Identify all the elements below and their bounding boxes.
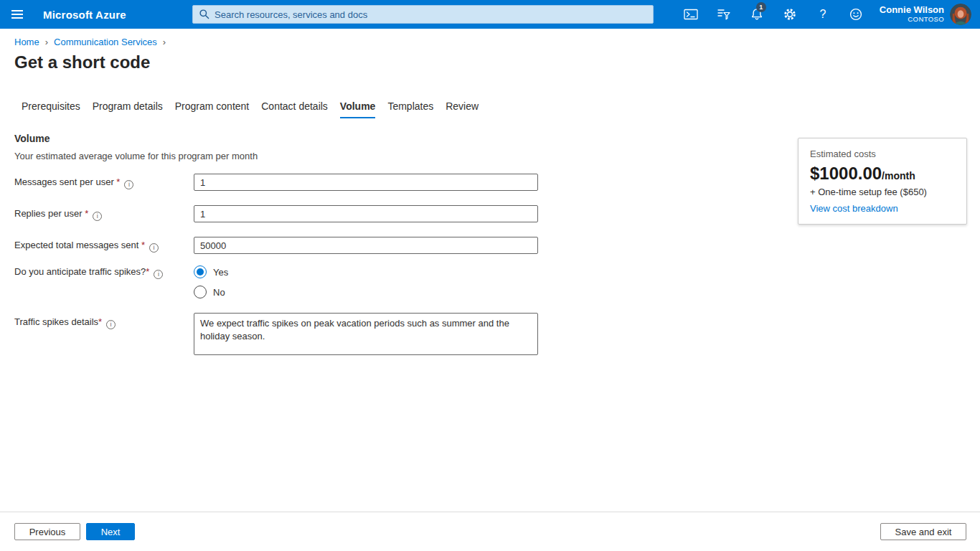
azure-portal-screen: Microsoft Azure <box>0 0 980 551</box>
info-icon[interactable]: i <box>149 243 159 253</box>
help-icon: ? <box>819 8 826 21</box>
traffic-spikes-details-textarea[interactable]: We expect traffic spikes on peak vacatio… <box>194 313 538 355</box>
required-asterisk: * <box>138 240 145 250</box>
previous-button[interactable]: Previous <box>14 523 80 540</box>
field-label: Traffic spikes details*i <box>14 313 190 329</box>
messages-sent-per-user-input[interactable] <box>194 174 538 191</box>
page-title: Get a short code <box>14 52 150 72</box>
hamburger-icon <box>11 10 23 19</box>
label-text: Traffic spikes details <box>14 316 98 327</box>
label-text: Replies per user <box>14 208 83 219</box>
radio-yes-label: Yes <box>213 267 228 278</box>
search-icon <box>199 9 210 20</box>
next-button[interactable]: Next <box>86 523 135 540</box>
smiley-icon <box>849 8 862 21</box>
breadcrumb: Home › Communication Services › <box>14 37 166 47</box>
chevron-right-icon: › <box>45 37 48 47</box>
cost-amount: $1000.00 <box>810 164 882 183</box>
label-text: Messages sent per user <box>14 176 114 187</box>
hamburger-menu-button[interactable] <box>0 0 34 29</box>
settings-button[interactable] <box>773 0 806 29</box>
required-asterisk: * <box>146 266 149 277</box>
save-and-exit-button[interactable]: Save and exit <box>880 523 966 540</box>
feedback-button[interactable] <box>839 0 872 29</box>
section-title: Volume <box>14 133 50 144</box>
chevron-right-icon: › <box>163 37 166 47</box>
user-avatar[interactable] <box>950 4 971 25</box>
search-input[interactable] <box>192 5 654 24</box>
app-title[interactable]: Microsoft Azure <box>43 0 126 29</box>
directory-filter-icon <box>717 9 730 20</box>
account-menu[interactable]: Connie Wilson CONTOSO <box>880 5 944 24</box>
cost-card-title: Estimated costs <box>810 149 955 159</box>
cost-price: $1000.00/month <box>810 164 955 184</box>
user-tenant: CONTOSO <box>880 16 944 24</box>
help-button[interactable]: ? <box>806 0 839 29</box>
info-icon[interactable]: i <box>154 270 163 279</box>
breadcrumb-communication-services-link[interactable]: Communication Services <box>54 37 157 47</box>
radio-no[interactable]: No <box>194 285 228 299</box>
estimated-costs-card: Estimated costs $1000.00/month + One-tim… <box>798 138 967 225</box>
cost-period: /month <box>882 170 915 182</box>
notification-badge: 1 <box>756 2 766 12</box>
cloud-shell-button[interactable] <box>674 0 707 29</box>
info-icon[interactable]: i <box>106 320 116 329</box>
label-text: Expected total messages sent <box>14 240 138 250</box>
radio-button-icon <box>194 286 207 298</box>
breadcrumb-home-link[interactable]: Home <box>14 37 39 47</box>
user-name: Connie Wilson <box>880 5 944 16</box>
field-label: Expected total messages sent *i <box>14 237 190 254</box>
required-asterisk: * <box>114 176 121 187</box>
radio-yes[interactable]: Yes <box>194 265 228 279</box>
label-text: Do you anticipate traffic spikes? <box>14 266 146 277</box>
wizard-footer: Previous Next Save and exit <box>0 512 980 551</box>
tab-templates[interactable]: Templates <box>387 100 433 118</box>
wizard-tabs: Prerequisites Program details Program co… <box>22 100 479 118</box>
global-search <box>192 5 654 24</box>
tab-prerequisites[interactable]: Prerequisites <box>22 100 80 118</box>
traffic-spikes-radio-group: Yes No <box>194 265 228 305</box>
field-label: Do you anticipate traffic spikes?*i <box>14 265 190 279</box>
info-icon[interactable]: i <box>124 180 133 189</box>
top-bar: Microsoft Azure <box>0 0 980 29</box>
tab-program-content[interactable]: Program content <box>175 100 250 118</box>
required-asterisk: * <box>83 208 89 219</box>
directory-filter-button[interactable] <box>707 0 740 29</box>
setup-fee-note: + One-time setup fee ($650) <box>810 187 955 197</box>
notifications-button[interactable]: 1 <box>740 0 773 29</box>
replies-per-user-input[interactable] <box>194 205 538 222</box>
gear-icon <box>783 8 796 21</box>
field-label: Messages sent per user *i <box>14 174 190 191</box>
view-cost-breakdown-link[interactable]: View cost breakdown <box>810 203 955 214</box>
tab-volume[interactable]: Volume <box>340 100 376 118</box>
required-asterisk: * <box>98 316 102 327</box>
info-icon[interactable]: i <box>93 212 102 221</box>
radio-no-label: No <box>213 287 225 298</box>
avatar-image <box>950 4 971 25</box>
tab-review[interactable]: Review <box>446 100 479 118</box>
tab-program-details[interactable]: Program details <box>93 100 163 118</box>
field-label: Replies per user *i <box>14 205 190 222</box>
radio-button-icon <box>194 265 207 278</box>
section-subtitle: Your estimated average volume for this p… <box>14 151 258 161</box>
tab-contact-details[interactable]: Contact details <box>261 100 328 118</box>
expected-total-messages-input[interactable] <box>194 237 538 254</box>
top-bar-actions: 1 ? Connie Wilson <box>674 0 980 29</box>
cloud-shell-icon <box>684 9 698 20</box>
